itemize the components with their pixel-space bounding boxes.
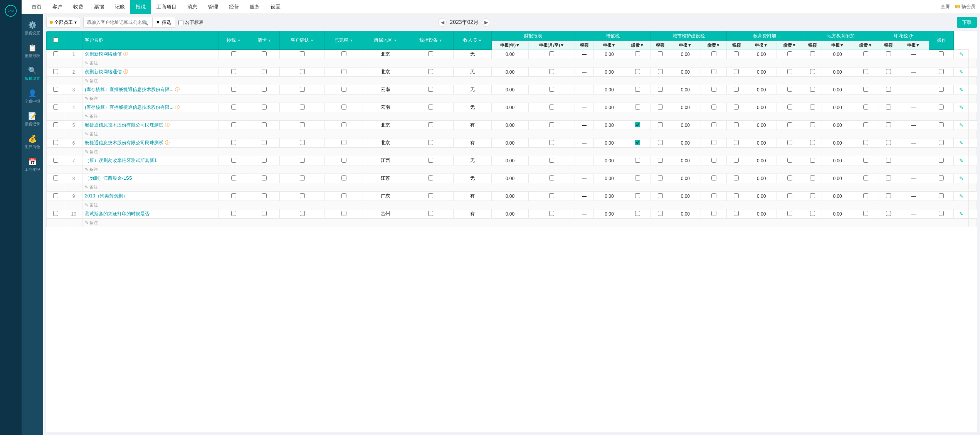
row-jiaoyu-pay-check[interactable] <box>810 87 815 92</box>
member-btn[interactable]: 🎫 畅会员 <box>955 3 975 10</box>
row-zengjia-dec-check[interactable] <box>635 158 640 163</box>
nav-operation[interactable]: 经营 <box>224 0 244 14</box>
row-jiaoyu-pay[interactable] <box>803 50 822 59</box>
row-difang-dec[interactable] <box>853 174 879 183</box>
row-difang-dec-check[interactable] <box>863 105 868 110</box>
row-checkbox-cell[interactable] <box>47 85 65 94</box>
nav-home[interactable]: 首页 <box>26 0 47 14</box>
sub-nav-tax-settings[interactable]: ⚙️ 报税设置 <box>22 17 43 40</box>
row-zengjia-pay-check[interactable] <box>658 51 663 56</box>
row-edit-btn[interactable]: ✎ <box>954 103 969 112</box>
edit-icon[interactable]: ✎ <box>959 122 963 128</box>
row-zengjia-dec-check[interactable] <box>635 69 640 74</box>
row-zengjia-pay[interactable] <box>651 209 670 219</box>
row-clear-card[interactable] <box>249 192 279 201</box>
row-confirm-check[interactable] <box>300 122 305 127</box>
row-yinhua-dec-check[interactable] <box>939 51 944 56</box>
row-clear-card[interactable] <box>249 67 279 77</box>
row-zengjia-pay[interactable] <box>651 103 670 112</box>
row-yinhua-dec[interactable] <box>929 192 954 201</box>
row-edit-btn[interactable]: ✎ <box>954 192 969 201</box>
row-done-check[interactable] <box>341 193 346 198</box>
row-jiaoyu-dec-check[interactable] <box>787 175 792 180</box>
row-chengshi-pay-check[interactable] <box>734 211 739 216</box>
th-chengshi-pay[interactable]: 缴费▼ <box>701 41 727 50</box>
row-jiaoyu-dec[interactable] <box>777 85 803 94</box>
row-chengshi-dec[interactable] <box>701 121 727 130</box>
row-chengshi-dec-check[interactable] <box>711 193 716 198</box>
row-jiaoyu-pay[interactable] <box>803 85 822 94</box>
row-chengshi-pay-check[interactable] <box>734 122 739 127</box>
row-customer-name[interactable]: 测试斯套的凭证打印的时候是否 <box>82 209 219 219</box>
row-difang-dec-check[interactable] <box>863 175 868 180</box>
row-clear-card-check[interactable] <box>262 211 267 216</box>
row-caibao-month[interactable] <box>549 105 554 110</box>
row-tax-copy-check[interactable] <box>231 140 236 145</box>
row-difang-pay-check[interactable] <box>886 87 891 92</box>
row-edit-btn[interactable]: ✎ <box>954 50 969 59</box>
row-caibao-month[interactable] <box>549 69 554 74</box>
row-difang-dec-check[interactable] <box>863 69 868 74</box>
edit-icon[interactable]: ✎ <box>959 158 963 164</box>
row-done[interactable] <box>325 174 363 183</box>
row-jiaoyu-pay[interactable] <box>803 174 822 183</box>
row-yinhua-dec-check[interactable] <box>939 193 944 198</box>
th-select-all[interactable] <box>47 31 65 50</box>
row-chengshi-dec[interactable] <box>701 50 727 59</box>
nav-accounting[interactable]: 记账 <box>109 0 130 14</box>
row-chengshi-dec-check[interactable] <box>711 122 716 127</box>
row-chengshi-dec-check[interactable] <box>711 51 716 56</box>
th-zengjia-pay[interactable]: 缴费▼ <box>625 41 651 50</box>
row-caibao-month-check[interactable] <box>529 209 575 219</box>
row-confirm[interactable] <box>279 121 325 130</box>
th-yinhua-declare[interactable]: 申报▼ <box>898 41 929 50</box>
row-chengshi-pay-check[interactable] <box>734 69 739 74</box>
row-confirm[interactable] <box>279 209 325 219</box>
row-difang-dec[interactable] <box>853 85 879 94</box>
row-chengshi-dec[interactable] <box>701 67 727 77</box>
row-difang-dec[interactable] <box>853 103 879 112</box>
row-yinhua-dec[interactable] <box>929 121 954 130</box>
pencil-icon[interactable]: ✎ <box>85 61 88 65</box>
row-tax-copy-check[interactable] <box>231 211 236 216</box>
row-tax-copy-check[interactable] <box>231 193 236 198</box>
row-checkbox-cell[interactable] <box>47 138 65 148</box>
edit-icon[interactable]: ✎ <box>959 175 963 181</box>
row-zengjia-pay-check[interactable] <box>658 87 663 92</box>
row-difang-dec-check[interactable] <box>863 87 868 92</box>
row-difang-pay-check[interactable] <box>886 211 891 216</box>
row-zengjia-dec[interactable] <box>625 67 651 77</box>
row-clear-card-check[interactable] <box>262 105 267 110</box>
row-caibao-month-check[interactable] <box>529 121 575 130</box>
row-zengjia-dec[interactable] <box>625 156 651 165</box>
edit-icon[interactable]: ✎ <box>959 87 963 93</box>
row-chengshi-pay-check[interactable] <box>734 193 739 198</box>
row-zengjia-dec-check[interactable] <box>635 105 640 110</box>
row-confirm-check[interactable] <box>300 105 305 110</box>
row-clear-card[interactable] <box>249 156 279 165</box>
row-caibao-month-check[interactable] <box>529 174 575 183</box>
row-difang-dec[interactable] <box>853 156 879 165</box>
row-tax-copy[interactable] <box>219 156 249 165</box>
row-device-check[interactable] <box>428 122 433 127</box>
row-checkbox[interactable] <box>53 51 58 56</box>
row-chengshi-pay[interactable] <box>727 50 746 59</box>
row-chengshi-dec[interactable] <box>701 174 727 183</box>
edit-icon[interactable]: ✎ <box>959 193 963 199</box>
row-yinhua-dec[interactable] <box>929 85 954 94</box>
row-done[interactable] <box>325 192 363 201</box>
pencil-icon[interactable]: ✎ <box>85 185 88 189</box>
row-tax-copy[interactable] <box>219 174 249 183</box>
row-customer-name[interactable]: 畅捷通信息技术股份有限公司民珠测试ⓘ <box>82 121 219 130</box>
row-jiaoyu-pay-check[interactable] <box>810 122 815 127</box>
row-zengjia-pay[interactable] <box>651 138 670 148</box>
row-yinhua-dec[interactable] <box>929 209 954 219</box>
row-jiaoyu-dec-check[interactable] <box>787 51 792 56</box>
row-checkbox[interactable] <box>53 158 58 163</box>
row-jiaoyu-pay[interactable] <box>803 138 822 148</box>
row-chengshi-dec-check[interactable] <box>711 69 716 74</box>
row-chengshi-pay[interactable] <box>727 67 746 77</box>
row-tax-copy[interactable] <box>219 138 249 148</box>
row-chengshi-pay[interactable] <box>727 121 746 130</box>
row-confirm[interactable] <box>279 85 325 94</box>
